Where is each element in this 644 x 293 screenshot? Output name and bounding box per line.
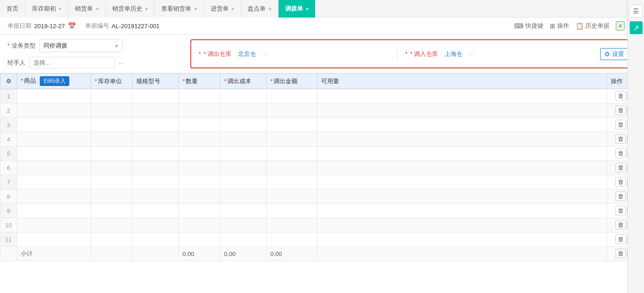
cell-available-1[interactable] <box>317 89 607 104</box>
delete-row-10-button[interactable]: 🗑 <box>615 220 626 230</box>
cell-product-2[interactable] <box>17 104 91 118</box>
cell-amount-3[interactable] <box>267 118 317 132</box>
cell-available-10[interactable] <box>317 218 607 232</box>
cell-unit-7[interactable] <box>91 175 133 189</box>
cell-qty-1[interactable] <box>179 89 220 104</box>
delete-row-8-button[interactable]: 🗑 <box>615 191 626 201</box>
tab-inventory-init[interactable]: 库存期初× <box>25 0 68 18</box>
cell-cost-8[interactable] <box>220 189 267 204</box>
warehouse-out-more[interactable]: ··· <box>262 50 267 57</box>
cell-available-4[interactable] <box>317 132 607 146</box>
cell-amount-2[interactable] <box>267 104 317 118</box>
warehouse-in-value[interactable]: 上海仓 <box>444 50 462 58</box>
cell-cost-6[interactable] <box>220 161 267 175</box>
settings-button[interactable]: ⚙ 设置 <box>600 48 628 60</box>
tab-close-purchase-order[interactable]: × <box>231 6 234 12</box>
delete-row-1-button[interactable]: 🗑 <box>615 91 626 101</box>
cell-spec-2[interactable] <box>133 104 179 118</box>
delete-row-7-button[interactable]: 🗑 <box>615 177 626 187</box>
cell-cost-5[interactable] <box>220 146 267 161</box>
cell-spec-6[interactable] <box>133 161 179 175</box>
cell-unit-4[interactable] <box>91 132 133 146</box>
tab-transfer-order[interactable]: 调拨单× <box>279 0 316 18</box>
cell-unit-1[interactable] <box>91 89 133 104</box>
delete-row-2-button[interactable]: 🗑 <box>615 105 626 115</box>
history-button[interactable]: 📋 历史单据 <box>576 22 609 30</box>
cell-spec-8[interactable] <box>133 189 179 204</box>
cell-amount-1[interactable] <box>267 89 317 104</box>
cell-qty-9[interactable] <box>179 204 220 218</box>
cell-product-11[interactable] <box>17 232 91 247</box>
subtotal-delete-button[interactable]: 🗑 <box>615 249 626 258</box>
warehouse-in-more[interactable]: ··· <box>469 50 474 57</box>
cell-product-1[interactable] <box>17 89 91 104</box>
cell-cost-7[interactable] <box>220 175 267 189</box>
col-gear[interactable]: ⚙ <box>0 73 17 89</box>
delete-row-6-button[interactable]: 🗑 <box>615 163 626 172</box>
handler-input[interactable] <box>29 57 115 68</box>
cell-spec-11[interactable] <box>133 232 179 247</box>
delete-row-11-button[interactable]: 🗑 <box>615 234 626 244</box>
tab-close-sales-order[interactable]: × <box>96 6 98 12</box>
cell-product-9[interactable] <box>17 204 91 218</box>
cell-unit-3[interactable] <box>91 118 133 132</box>
delete-row-5-button[interactable]: 🗑 <box>615 148 626 158</box>
cell-spec-10[interactable] <box>133 218 179 232</box>
cell-available-6[interactable] <box>317 161 607 175</box>
handler-more[interactable]: ··· <box>119 59 124 66</box>
delete-row-4-button[interactable]: 🗑 <box>615 134 626 144</box>
tab-home[interactable]: 首页 <box>0 0 25 18</box>
cell-qty-6[interactable] <box>179 161 220 175</box>
sidebar-list-button[interactable]: ☰ <box>630 5 643 18</box>
cell-cost-1[interactable] <box>220 89 267 104</box>
business-type-select[interactable]: 同价调拨 ▾ <box>39 39 122 52</box>
cell-available-5[interactable] <box>317 146 607 161</box>
cell-spec-7[interactable] <box>133 175 179 189</box>
cell-qty-10[interactable] <box>179 218 220 232</box>
cell-amount-8[interactable] <box>267 189 317 204</box>
cell-amount-4[interactable] <box>267 132 317 146</box>
cell-cost-3[interactable] <box>220 118 267 132</box>
cell-amount-7[interactable] <box>267 175 317 189</box>
cell-cost-9[interactable] <box>220 204 267 218</box>
cell-qty-3[interactable] <box>179 118 220 132</box>
cell-product-4[interactable] <box>17 132 91 146</box>
tab-close-transfer-order[interactable]: × <box>306 6 309 12</box>
cell-amount-10[interactable] <box>267 218 317 232</box>
tab-close-sales-history[interactable]: × <box>145 6 148 12</box>
cell-spec-1[interactable] <box>133 89 179 104</box>
sidebar-export-button[interactable]: ↗ <box>630 21 643 34</box>
cell-unit-9[interactable] <box>91 204 133 218</box>
cell-cost-4[interactable] <box>220 132 267 146</box>
cell-unit-10[interactable] <box>91 218 133 232</box>
cell-available-2[interactable] <box>317 104 607 118</box>
cell-product-5[interactable] <box>17 146 91 161</box>
cell-qty-7[interactable] <box>179 175 220 189</box>
cell-product-8[interactable] <box>17 189 91 204</box>
cell-unit-6[interactable] <box>91 161 133 175</box>
tab-view-sales[interactable]: 查看销货单× <box>155 0 204 18</box>
cell-unit-11[interactable] <box>91 232 133 247</box>
cell-amount-6[interactable] <box>267 161 317 175</box>
cell-product-6[interactable] <box>17 161 91 175</box>
cell-unit-8[interactable] <box>91 189 133 204</box>
cell-available-3[interactable] <box>317 118 607 132</box>
cell-available-11[interactable] <box>317 232 607 247</box>
cell-qty-11[interactable] <box>179 232 220 247</box>
cell-qty-2[interactable] <box>179 104 220 118</box>
cell-spec-9[interactable] <box>133 204 179 218</box>
cell-available-7[interactable] <box>317 175 607 189</box>
shortcuts-button[interactable]: ⌨ 快捷键 <box>514 22 543 30</box>
cell-qty-4[interactable] <box>179 132 220 146</box>
tab-close-inventory-init[interactable]: × <box>59 6 61 12</box>
calendar-icon[interactable]: 📅 <box>68 22 76 30</box>
tab-sales-history[interactable]: 销货单历史× <box>106 0 155 18</box>
cell-cost-2[interactable] <box>220 104 267 118</box>
layout-list-button[interactable]: ≡ <box>616 21 625 31</box>
cell-available-9[interactable] <box>317 204 607 218</box>
tab-purchase-order[interactable]: 进货单× <box>204 0 241 18</box>
cell-amount-11[interactable] <box>267 232 317 247</box>
cell-amount-9[interactable] <box>267 204 317 218</box>
tab-inventory-count[interactable]: 盘点单× <box>241 0 278 18</box>
delete-row-3-button[interactable]: 🗑 <box>615 120 626 129</box>
